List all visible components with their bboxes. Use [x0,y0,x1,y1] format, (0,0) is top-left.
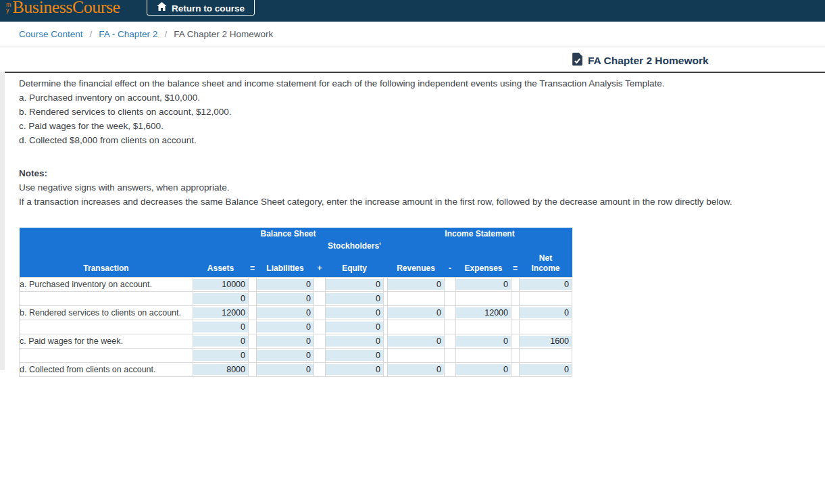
equity-input[interactable]: 0 [326,277,384,291]
equity-input[interactable]: 0 [326,334,384,348]
spacer-cell [314,305,326,320]
revenues-input[interactable]: 0 [388,334,445,348]
question-text: Determine the financial effect on the ba… [19,76,825,209]
revenues-input[interactable]: 0 [388,277,445,291]
transaction-label: b. Rendered services to clients on accou… [20,305,193,320]
spacer-cell [445,291,456,305]
page-title: FA Chapter 2 Homework [572,53,709,68]
expenses-input [456,320,511,334]
liabilities-input[interactable]: 0 [257,305,314,320]
event-line-b: b. Rendered services to clients on accou… [19,105,825,119]
spacer-cell [511,362,520,376]
net-income-input[interactable]: 0 [520,277,572,291]
breadcrumb-separator: / [90,29,93,39]
expenses-input[interactable]: 0 [456,362,511,376]
revenues-input [388,291,445,305]
column-header-assets: Assets [193,263,249,277]
equity-input[interactable]: 0 [326,320,384,334]
header-spacer [20,252,193,263]
page-left-gutter [0,72,5,370]
net-income-input[interactable]: 0 [520,305,572,320]
spacer-cell [445,277,456,291]
spacer-cell [511,348,520,362]
spacer-cell [445,348,456,362]
assets-input[interactable]: 10000 [193,277,249,291]
overflow-row: 000 [20,291,572,305]
net-income-input [520,291,572,305]
transaction-row: b. Rendered services to clients on accou… [20,305,572,320]
overflow-row: 000 [20,348,572,362]
liabilities-input[interactable]: 0 [257,334,314,348]
column-header-transaction: Transaction [20,263,193,277]
assets-input[interactable]: 0 [193,334,249,348]
expenses-input[interactable]: 0 [456,277,511,291]
transaction-row: a. Purchased inventory on account.100000… [20,277,572,291]
assignment-icon [572,53,582,68]
revenues-input [388,348,445,362]
transaction-row: d. Collected from clients on account.800… [20,362,572,376]
spacer-cell [249,334,257,348]
liabilities-input[interactable]: 0 [257,291,314,305]
equity-input[interactable]: 0 [326,291,384,305]
equity-input[interactable]: 0 [326,348,384,362]
liabilities-input[interactable]: 0 [257,348,314,362]
question-panel: Determine the financial effect on the ba… [5,72,825,377]
spacer-cell [314,291,326,305]
liabilities-input[interactable]: 0 [257,362,314,376]
return-to-course-button[interactable]: Return to course [147,0,255,16]
breadcrumb: Course Content / FA - Chapter 2 / FA Cha… [0,22,825,47]
page-title-text: FA Chapter 2 Homework [588,55,709,67]
net-income-input[interactable]: 1600 [520,334,572,348]
spacer-cell [511,320,520,334]
note-line-2: If a transaction increases and decreases… [19,195,825,209]
transaction-label: d. Collected from clients on account. [20,362,193,376]
expenses-input [456,291,511,305]
spacer-cell [445,362,456,376]
liabilities-input[interactable]: 0 [257,320,314,334]
equity-input[interactable]: 0 [326,305,384,320]
equals-operator: = [249,263,257,277]
liabilities-input[interactable]: 0 [257,277,314,291]
header-spacer [388,240,572,252]
assets-input[interactable]: 0 [193,348,249,362]
logo-text: BusinessCourse [13,0,120,18]
assets-input[interactable]: 12000 [193,305,249,320]
spacer-cell [511,305,520,320]
spacer-cell [445,320,456,334]
expenses-input[interactable]: 12000 [456,305,511,320]
revenues-input[interactable]: 0 [388,305,445,320]
transaction-analysis-table: Balance Sheet Income Statement Stockhold… [19,228,572,377]
minus-operator: - [445,263,456,277]
assets-input[interactable]: 0 [193,291,249,305]
event-line-c: c. Paid wages for the week, $1,600. [19,119,825,133]
transaction-label [20,348,193,362]
assets-input[interactable]: 8000 [193,362,249,376]
spacer-cell [445,334,456,348]
breadcrumb-course-content[interactable]: Course Content [19,29,83,39]
plus-operator: + [314,263,326,277]
event-line-d: d. Collected $8,000 from clients on acco… [19,133,825,147]
event-line-a: a. Purchased inventory on account, $10,0… [19,91,825,105]
header-spacer [193,252,326,263]
breadcrumb-current-page: FA Chapter 2 Homework [174,29,273,39]
breadcrumb-chapter[interactable]: FA - Chapter 2 [99,29,157,39]
title-band: FA Chapter 2 Homework [0,47,825,72]
business-course-logo[interactable]: my BusinessCourse [6,0,120,18]
net-income-input [520,348,572,362]
equity-input[interactable]: 0 [326,362,384,376]
transaction-row: c. Paid wages for the week.000001600 [20,334,572,348]
assets-input[interactable]: 0 [193,320,249,334]
notes-label: Notes: [19,166,825,180]
transaction-label: a. Purchased inventory on account. [20,277,193,291]
revenues-input [388,320,445,334]
revenues-input[interactable]: 0 [388,362,445,376]
header-spacer [388,252,520,263]
spacer-cell [314,277,326,291]
spacer-cell [314,362,326,376]
column-header-liabilities: Liabilities [257,263,314,277]
net-income-input[interactable]: 0 [520,362,572,376]
header-spacer [20,240,193,252]
expenses-input[interactable]: 0 [456,334,511,348]
column-header-equity: Equity [326,263,384,277]
return-button-label: Return to course [172,3,245,14]
